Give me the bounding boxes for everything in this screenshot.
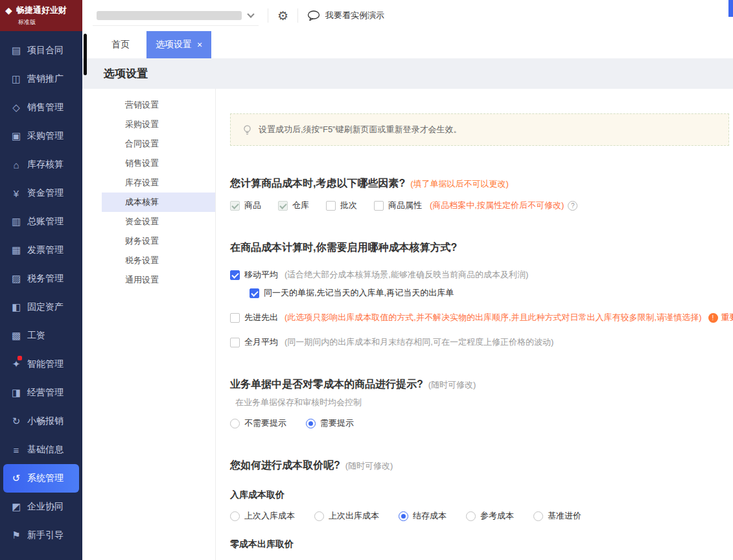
- sidebar-item-label: 系统管理: [27, 472, 64, 484]
- radio-need-prompt[interactable]: 需要提示: [306, 417, 354, 429]
- section-note: (填了单据以后不可以更改): [410, 179, 509, 189]
- factor-options-row: 商品 仓库 批次 商品属性 (商品档案中,按属性定价后不可修改) ?: [230, 200, 729, 211]
- tab-option-settings[interactable]: 选项设置 ×: [146, 31, 211, 58]
- important-hint[interactable]: !重要: [708, 312, 733, 323]
- sidebar-item-invoice[interactable]: ▦发票管理: [3, 236, 79, 264]
- chevron-down-icon: [247, 10, 254, 18]
- invoice-icon: ▦: [10, 244, 23, 256]
- checkbox-fifo[interactable]: 先进先出: [230, 312, 278, 323]
- tab-label: 选项设置: [156, 39, 192, 51]
- checkbox-goods-attribute[interactable]: 商品属性: [374, 200, 422, 211]
- checkbox-unchecked-icon: [326, 201, 336, 211]
- submenu-item-marketing-settings[interactable]: 营销设置: [102, 95, 215, 115]
- radio-last-outbound-cost[interactable]: 上次出库成本: [314, 510, 379, 522]
- checkbox-monthly-average[interactable]: 全月平均: [230, 336, 278, 348]
- sidebar-item-general-ledger[interactable]: ▥总账管理: [3, 207, 79, 236]
- section-cost-pricing: 您如何进行成本取价呢?(随时可修改) 入库成本取价 上次入库成本 上次出库成本 …: [230, 459, 729, 560]
- submenu-item-inventory-settings[interactable]: 库存设置: [102, 173, 215, 192]
- sidebar-item-operation[interactable]: ◨经营管理: [3, 379, 79, 407]
- brand-header: ◆ 畅捷通好业财 标准版: [0, 0, 82, 31]
- radio-reference-cost[interactable]: 参考成本: [466, 510, 514, 522]
- sidebar-item-purchase[interactable]: ▣采购管理: [3, 122, 79, 150]
- submenu-item-fund-settings[interactable]: 资金设置: [102, 212, 215, 231]
- checkbox-same-day-order[interactable]: 同一天的单据,先记当天的入库单,再记当天的出库单: [250, 287, 454, 299]
- gift-icon: ◫: [10, 73, 23, 85]
- sidebar-item-basic-info[interactable]: ≡基础信息: [3, 436, 79, 464]
- sidebar-item-payroll[interactable]: ▩工资: [3, 321, 79, 350]
- zero-prompt-subtext: 在业务单据保存和审核时均会控制: [235, 397, 729, 408]
- tab-label: 首页: [111, 39, 130, 51]
- settings-submenu: 营销设置 采购设置 合同设置 销售设置 库存设置 成本核算 资金设置 财务设置 …: [82, 89, 216, 560]
- sidebar-item-label: 营销推广: [27, 73, 64, 85]
- radio-unselected-icon: [314, 511, 324, 521]
- sidebar-item-reimburse[interactable]: ↻小畅报销: [3, 407, 79, 436]
- radio-unselected-icon: [230, 511, 240, 521]
- close-tab-icon[interactable]: ×: [197, 40, 202, 49]
- question-icon[interactable]: ?: [568, 201, 577, 211]
- speech-bubble-icon: [307, 10, 320, 21]
- bulb-icon: [242, 124, 252, 135]
- checkbox-goods[interactable]: 商品: [230, 200, 261, 211]
- flag-icon: ⚑: [10, 530, 23, 541]
- sidebar-item-sales[interactable]: ◇销售管理: [3, 93, 79, 122]
- sidebar-item-system-management[interactable]: ↺系统管理: [3, 464, 79, 493]
- notification-badge: [17, 356, 22, 360]
- submenu-item-purchase-settings[interactable]: 采购设置: [102, 115, 215, 134]
- submenu-item-cost-accounting[interactable]: 成本核算: [102, 192, 215, 212]
- moving-average-row: 移动平均 (适合绝大部分成本核算场景,能够准确反映当前商品的成本及利润): [230, 269, 729, 281]
- company-select[interactable]: [93, 6, 259, 26]
- radio-unselected-icon: [533, 511, 543, 521]
- submenu-item-general-settings[interactable]: 通用设置: [102, 270, 215, 290]
- checkbox-unchecked-icon: [374, 201, 384, 211]
- sidebar-item-label: 库存核算: [27, 159, 64, 170]
- sidebar-item-smart-management[interactable]: ✦智能管理: [3, 350, 79, 379]
- bag-icon: ▣: [10, 130, 23, 142]
- sidebar-item-label: 资金管理: [27, 187, 64, 199]
- radio-unselected-icon: [230, 419, 240, 428]
- sync-icon: ↺: [10, 472, 23, 484]
- sidebar-item-label: 企业协同: [27, 501, 64, 513]
- checkbox-warehouse[interactable]: 仓库: [278, 200, 309, 211]
- fifo-row: 先进先出 (此选项只影响出库成本取值的方式,并不解决实物的出库顺序,并且此种方式…: [230, 312, 729, 323]
- radio-balance-cost[interactable]: 结存成本: [399, 510, 447, 522]
- sidebar-item-funds[interactable]: ¥资金管理: [3, 179, 79, 207]
- scrollbar-thumb[interactable]: [84, 34, 87, 75]
- checkbox-moving-average[interactable]: 移动平均: [230, 269, 278, 281]
- radio-last-inbound-cost[interactable]: 上次入库成本: [230, 510, 295, 522]
- checkbox-checked-disabled-icon: [278, 201, 288, 211]
- divider: [268, 8, 268, 23]
- radio-base-purchase-price[interactable]: 基准进价: [533, 510, 581, 522]
- sidebar-item-label: 固定资产: [27, 301, 64, 313]
- sidebar-item-label: 智能管理: [27, 358, 64, 370]
- sidebar-item-inventory[interactable]: ⌂库存核算: [3, 150, 79, 179]
- checkbox-batch[interactable]: 批次: [326, 200, 357, 211]
- corner-accent: [728, 0, 733, 17]
- sidebar-item-label: 基础信息: [27, 444, 64, 456]
- demo-link[interactable]: 我要看实例演示: [307, 10, 384, 21]
- radio-selected-icon: [399, 511, 408, 521]
- checkbox-unchecked-icon: [230, 313, 240, 323]
- sidebar-item-tax[interactable]: ▨税务管理: [3, 264, 79, 293]
- submenu-item-tax-settings[interactable]: 税务设置: [102, 251, 215, 270]
- sidebar-item-collaboration[interactable]: ◩企业协同: [3, 493, 79, 521]
- sidebar-item-beginner-guide[interactable]: ⚑新手引导: [3, 521, 79, 550]
- sidebar-item-label: 税务管理: [27, 273, 64, 285]
- section-title: 您计算商品成本时,考虑以下哪些因素?(填了单据以后不可以更改): [230, 177, 729, 191]
- sidebar-item-label: 新手引导: [27, 530, 64, 541]
- page-title-band: 选项设置: [82, 58, 733, 89]
- radio-no-prompt[interactable]: 不需要提示: [230, 417, 286, 429]
- attribute-note: (商品档案中,按属性定价后不可修改): [430, 200, 564, 211]
- submenu-item-finance-settings[interactable]: 财务设置: [102, 231, 215, 251]
- submenu-item-contract-settings[interactable]: 合同设置: [102, 134, 215, 154]
- sidebar-item-marketing[interactable]: ◫营销推广: [3, 65, 79, 93]
- page-title: 选项设置: [104, 66, 148, 81]
- page-body: 营销设置 采购设置 合同设置 销售设置 库存设置 成本核算 资金设置 财务设置 …: [82, 89, 733, 560]
- sidebar-item-fixed-assets[interactable]: ◧固定资产: [3, 293, 79, 321]
- submenu-item-sales-settings[interactable]: 销售设置: [102, 154, 215, 173]
- sidebar-nav: ▤项目合同 ◫营销推广 ◇销售管理 ▣采购管理 ⌂库存核算 ¥资金管理 ▥总账管…: [0, 31, 82, 550]
- sidebar-item-project-contract[interactable]: ▤项目合同: [3, 36, 79, 65]
- tab-home[interactable]: 首页: [104, 31, 137, 58]
- section-note: (随时可修改): [345, 461, 393, 471]
- sidebar-item-label: 经营管理: [27, 387, 64, 399]
- gear-icon[interactable]: ⚙: [277, 10, 288, 22]
